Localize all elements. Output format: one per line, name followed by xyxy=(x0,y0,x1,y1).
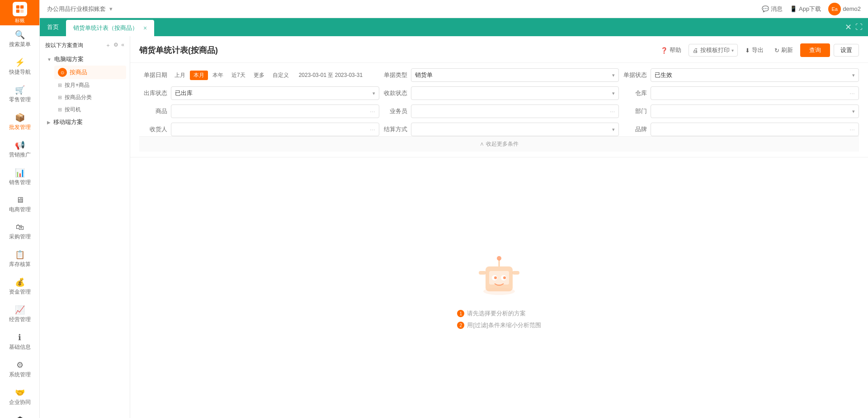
doc-status-select[interactable]: 已生效 ▾ xyxy=(651,68,859,82)
tab-bar: 首页 销货单统计表（按商品） × ✕ ⛶ xyxy=(40,18,868,36)
sidebar-item-retail[interactable]: 🛒 零售管理 xyxy=(0,81,40,108)
svg-rect-3 xyxy=(20,9,23,12)
tab-home[interactable]: 首页 xyxy=(40,18,66,36)
app-download-btn[interactable]: 📱 App下载 xyxy=(790,5,821,13)
svg-rect-2 xyxy=(16,9,19,12)
query-btn[interactable]: 查询 xyxy=(800,43,830,57)
filter-cell-doc-type: 单据类型 销货单 ▾ xyxy=(379,68,619,82)
user-name: demo2 xyxy=(843,5,861,12)
refresh-btn[interactable]: ↻ 刷新 xyxy=(771,44,797,56)
date-tabs: 上月 本月 本年 近7天 更多 自定义 xyxy=(171,71,292,80)
sidebar-item-search-label: 搜索菜单 xyxy=(9,41,31,48)
left-panel: 按以下方案查询 ＋ ⚙ « ▼ 电脑端方案 ⊙ xyxy=(40,36,130,418)
sidebar-item-wholesale[interactable]: 📦 批发管理 xyxy=(0,108,40,136)
tab-close-btn[interactable]: × xyxy=(143,24,147,32)
collapse-panel-btn[interactable]: « xyxy=(121,42,124,49)
tip-text-1: 请先选择要分析的方案 xyxy=(467,309,526,318)
tree-item-by-driver[interactable]: ⊞ 按司机 xyxy=(54,104,126,116)
settings-btn[interactable]: 设置 xyxy=(834,44,859,57)
tab-minimize-btn[interactable]: ✕ xyxy=(845,22,852,32)
receiver-input[interactable]: ··· xyxy=(171,123,379,136)
doc-type-select[interactable]: 销货单 ▾ xyxy=(411,68,619,82)
sidebar-item-beginner[interactable]: 🎓 新手引导 xyxy=(0,411,40,418)
message-label: 消息 xyxy=(771,5,783,13)
sidebar-item-basic-info[interactable]: ℹ 基础信息 xyxy=(0,328,40,356)
tree-group-mobile[interactable]: ▶ 移动端方案 xyxy=(43,116,126,128)
marketing-icon: 📢 xyxy=(15,140,25,150)
filter-cell-collect-status: 收款状态 ▾ xyxy=(379,86,619,100)
tree-item-by-month-goods-label: 按月+商品 xyxy=(65,81,90,89)
salesman-input[interactable]: ··· xyxy=(411,104,619,118)
app-logo: 标账 xyxy=(0,0,40,25)
date-tab-this-month[interactable]: 本月 xyxy=(190,71,208,80)
filter-cell-goods: 商品 ··· xyxy=(139,104,379,118)
out-status-select[interactable]: 已出库 ▾ xyxy=(171,86,379,100)
sidebar-item-quick-nav[interactable]: ⚡ 快捷导航 xyxy=(0,53,40,81)
sidebar-item-ecommerce[interactable]: 🖥 电商管理 xyxy=(0,191,40,218)
dept-label: 部门 xyxy=(619,107,651,115)
tab-sales-stats-label: 销货单统计表（按商品） xyxy=(73,24,138,32)
sidebar-item-finance[interactable]: 💰 资金管理 xyxy=(0,273,40,300)
sidebar-item-enterprise[interactable]: 🤝 企业协同 xyxy=(0,383,40,411)
header-left: 办公用品行业模拟账套 ▾ xyxy=(47,5,113,13)
tree-group-pc[interactable]: ▼ 电脑端方案 xyxy=(43,53,126,66)
svg-rect-14 xyxy=(512,271,519,275)
inventory-icon: 📋 xyxy=(15,250,25,260)
sidebar-item-inventory[interactable]: 📋 库存核算 xyxy=(0,245,40,273)
sidebar-item-wholesale-label: 批发管理 xyxy=(9,124,31,131)
date-tab-this-year[interactable]: 本年 xyxy=(209,71,227,80)
svg-rect-13 xyxy=(479,271,486,275)
filter-row-2: 出库状态 已出库 ▾ 收款状态 ▾ xyxy=(139,86,859,100)
date-range-value: 2023-03-01 至 2023-03-31 xyxy=(299,71,363,79)
tree-item-by-category[interactable]: ⊞ 按商品分类 xyxy=(54,91,126,104)
collapse-bar[interactable]: ∧ 收起更多条件 xyxy=(139,136,859,152)
filter-area: 单据日期 上月 本月 本年 近7天 更多 自定义 2023-03-01 至 20… xyxy=(130,63,868,157)
date-tab-7days[interactable]: 近7天 xyxy=(228,71,249,80)
purchase-icon: 🛍 xyxy=(16,223,24,232)
help-btn[interactable]: ❓ 帮助 xyxy=(657,44,685,56)
tree-item-by-month-goods[interactable]: ⊞ 按月+商品 xyxy=(54,79,126,91)
filter-row-1: 单据日期 上月 本月 本年 近7天 更多 自定义 2023-03-01 至 20… xyxy=(139,68,859,82)
export-btn[interactable]: ⬇ 导出 xyxy=(741,44,767,56)
tab-sales-stats[interactable]: 销货单统计表（按商品） × xyxy=(66,20,154,36)
sidebar-item-purchase[interactable]: 🛍 采购管理 xyxy=(0,218,40,245)
tree-item-by-goods[interactable]: ⊙ 按商品 xyxy=(54,66,126,79)
collect-status-select[interactable]: ▾ xyxy=(411,86,619,100)
left-panel-header: 按以下方案查询 ＋ ⚙ « xyxy=(40,42,130,53)
date-tab-last-month[interactable]: 上月 xyxy=(171,71,189,80)
settle-select[interactable]: ▾ xyxy=(411,123,619,136)
user-profile-btn[interactable]: Ea demo2 xyxy=(828,3,861,15)
goods-input[interactable]: ··· xyxy=(171,104,379,118)
sidebar-item-system[interactable]: ⚙ 系统管理 xyxy=(0,356,40,383)
svg-point-12 xyxy=(497,256,501,261)
date-label: 单据日期 xyxy=(139,71,171,79)
brand-dots-icon: ··· xyxy=(849,126,855,133)
brand-input[interactable]: ··· xyxy=(651,123,859,136)
filter-cell-salesman: 业务员 ··· xyxy=(379,104,619,118)
print-btn[interactable]: 🖨 按模板打印 ▾ xyxy=(689,44,738,57)
filter-row-4: 收货人 ··· 结算方式 ▾ xyxy=(139,123,859,136)
date-tab-custom[interactable]: 自定义 xyxy=(269,71,292,80)
tree-item-by-goods-label: 按商品 xyxy=(70,68,87,76)
wholesale-icon: 📦 xyxy=(15,113,25,123)
sidebar-item-sales[interactable]: 📊 销售管理 xyxy=(0,163,40,191)
date-tab-more[interactable]: 更多 xyxy=(250,71,268,80)
doc-status-label: 单据状态 xyxy=(619,71,651,79)
app-download-icon: 📱 xyxy=(790,5,797,12)
sidebar-item-marketing[interactable]: 📢 营销推广 xyxy=(0,136,40,163)
right-panel: 销货单统计表(按商品) ❓ 帮助 🖨 按模板打印 ▾ ⬇ 导出 xyxy=(130,36,868,418)
app-label: 标账 xyxy=(15,17,25,24)
tip-num-2: 2 xyxy=(457,322,464,329)
scheme-settings-btn[interactable]: ⚙ xyxy=(113,42,118,49)
filter-cell-receiver: 收货人 ··· xyxy=(139,123,379,136)
add-scheme-btn[interactable]: ＋ xyxy=(105,42,111,49)
sidebar-item-search[interactable]: 🔍 搜索菜单 xyxy=(0,25,40,53)
filter-cell-warehouse: 仓库 ··· xyxy=(619,86,859,100)
warehouse-input[interactable]: ··· xyxy=(651,86,859,100)
sidebar-item-operations[interactable]: 📈 经营管理 xyxy=(0,300,40,328)
tab-expand-btn[interactable]: ⛶ xyxy=(855,23,863,31)
industry-dropdown-icon[interactable]: ▾ xyxy=(109,5,113,12)
message-btn[interactable]: 💬 消息 xyxy=(762,5,783,13)
filter-cell-out-status: 出库状态 已出库 ▾ xyxy=(139,86,379,100)
dept-select[interactable]: ▾ xyxy=(651,104,859,118)
